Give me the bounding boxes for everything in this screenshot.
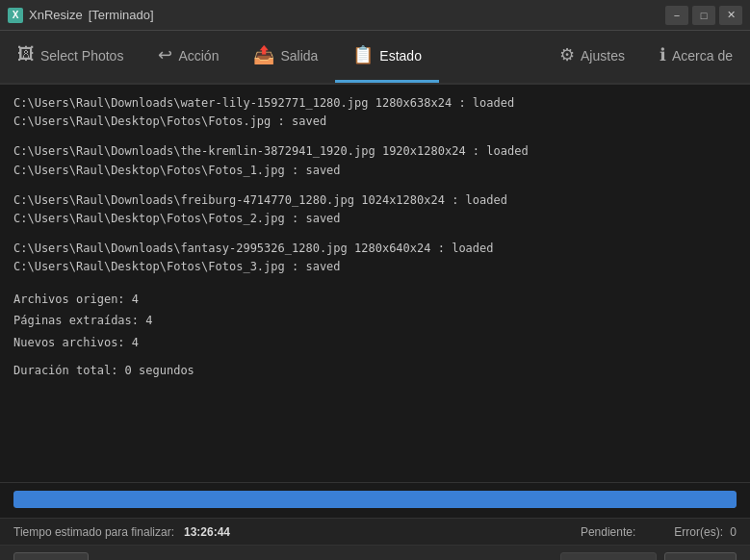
app-name: XnResize — [29, 8, 83, 22]
status-bar: Tiempo estimado para finalizar: 13:26:44… — [0, 518, 750, 545]
acerca-de-icon: ℹ — [659, 44, 666, 65]
nav-acerca-de-label: Acerca de — [672, 48, 733, 64]
log-area: C:\Users\Raul\Downloads\water-lily-15927… — [0, 85, 750, 483]
window-state: [Terminado] — [89, 8, 154, 22]
pendiente-label: Pendiente: — [581, 525, 635, 539]
log-group-2: C:\Users\Raul\Downloads\freiburg-4714770… — [13, 191, 737, 228]
progress-bar-fill — [13, 491, 737, 508]
nav-ajustes-label: Ajustes — [581, 48, 625, 64]
bottom-bar: < Back 🖼Convert Cerrar — [0, 545, 750, 560]
maximize-button[interactable]: □ — [692, 6, 715, 25]
log-line: C:\Users\Raul\Desktop\Fotos\Fotos_2.jpg … — [13, 210, 737, 228]
nav-estado-label: Estado — [379, 48, 422, 64]
log-line: C:\Users\Raul\Downloads\water-lily-15927… — [13, 94, 737, 113]
nav-salida-label: Salida — [280, 48, 318, 64]
archivos-origen: Archivos origen: 4 — [13, 289, 737, 311]
close-button[interactable]: Cerrar — [664, 552, 737, 560]
log-group-1: C:\Users\Raul\Downloads\the-kremlin-3872… — [13, 142, 737, 179]
log-group-0: C:\Users\Raul\Downloads\water-lily-15927… — [13, 94, 737, 131]
log-line: C:\Users\Raul\Desktop\Fotos\Fotos_3.jpg … — [13, 258, 737, 276]
nav-accion-label: Acción — [178, 48, 219, 64]
stats-section: Archivos origen: 4 Páginas extraídas: 4 … — [13, 289, 737, 382]
nav-ajustes[interactable]: ⚙ Ajustes — [542, 31, 642, 83]
title-bar-controls: − □ ✕ — [665, 6, 742, 25]
log-line: C:\Users\Raul\Downloads\freiburg-4714770… — [13, 191, 737, 210]
nav-accion[interactable]: ↩ Acción — [141, 31, 236, 83]
ajustes-icon: ⚙ — [559, 44, 575, 65]
status-error: Error(es): 0 — [674, 525, 737, 539]
minimize-button[interactable]: − — [665, 6, 688, 25]
duracion-total: Duración total: 0 segundos — [13, 360, 737, 382]
app-icon: X — [8, 8, 23, 23]
accion-icon: ↩ — [158, 44, 172, 65]
title-bar: X XnResize [Terminado] − □ ✕ — [0, 0, 750, 31]
log-group-3: C:\Users\Raul\Downloads\fantasy-2995326_… — [13, 240, 737, 276]
error-value: 0 — [730, 525, 737, 539]
log-line: C:\Users\Raul\Desktop\Fotos\Fotos_1.jpg … — [13, 162, 737, 180]
title-bar-left: X XnResize [Terminado] — [8, 8, 154, 23]
progress-area — [0, 483, 750, 518]
navbar: 🖼 Select Photos ↩ Acción 📤 Salida 📋 Esta… — [0, 31, 750, 85]
close-window-button[interactable]: ✕ — [719, 6, 742, 25]
status-time-label: Tiempo estimado para finalizar: — [13, 525, 174, 539]
back-button[interactable]: < Back — [13, 552, 89, 560]
nuevos-archivos: Nuevos archivos: 4 — [13, 332, 737, 354]
log-line: C:\Users\Raul\Desktop\Fotos\Fotos.jpg : … — [13, 113, 737, 131]
nav-select-photos[interactable]: 🖼 Select Photos — [0, 31, 141, 83]
convert-button: 🖼Convert — [560, 552, 658, 560]
nav-acerca-de[interactable]: ℹ Acerca de — [642, 31, 750, 83]
error-label: Error(es): — [674, 525, 723, 539]
log-line: C:\Users\Raul\Downloads\fantasy-2995326_… — [13, 240, 737, 258]
paginas-extraidas: Páginas extraídas: 4 — [13, 310, 737, 332]
status-pending-label: Pendiente: — [581, 525, 635, 539]
estado-icon: 📋 — [352, 44, 374, 65]
nav-salida[interactable]: 📤 Salida — [236, 31, 335, 83]
progress-bar-background — [13, 491, 737, 508]
select-photos-icon: 🖼 — [17, 44, 35, 64]
nav-select-photos-label: Select Photos — [40, 48, 123, 64]
status-time-value: 13:26:44 — [184, 525, 230, 539]
log-line: C:\Users\Raul\Downloads\the-kremlin-3872… — [13, 142, 737, 161]
nav-estado[interactable]: 📋 Estado — [335, 31, 439, 83]
salida-icon: 📤 — [253, 44, 274, 65]
